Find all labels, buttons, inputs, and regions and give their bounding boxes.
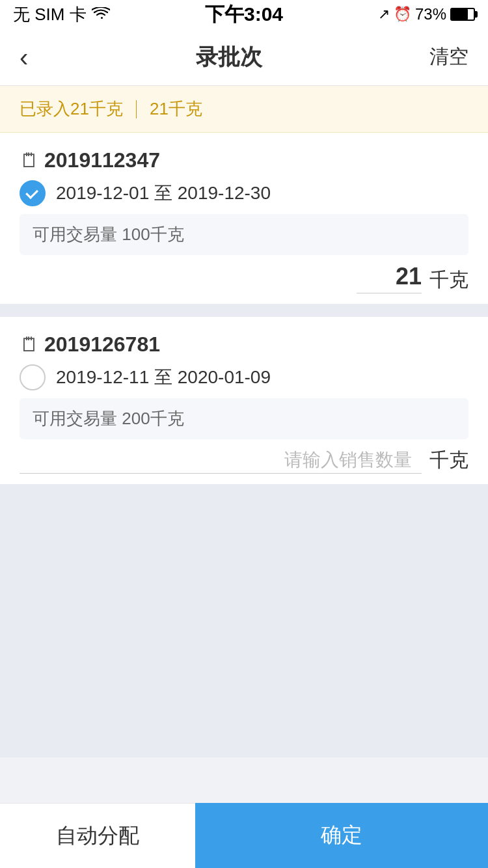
content-area: 🗒 2019112347 2019-12-01 至 2019-12-30 可用交… [0,133,488,757]
carrier-text: 无 SIM 卡 [13,3,87,26]
batch-id-2: 2019126781 [44,332,160,357]
batch-avail-1: 可用交易量 100千克 [20,214,468,255]
batch-header-2: 🗒 2019126781 [0,317,488,362]
info-banner: 已录入21千克 21千克 [0,86,488,133]
batch-amount-area-2: 千克 [0,447,488,484]
batch-date-2: 2019-12-11 至 2020-01-09 [56,365,271,390]
batch-date-1: 2019-12-01 至 2019-12-30 [56,181,271,206]
batch-icon-2: 🗒 [20,334,39,356]
batch-date-row-2: 2019-12-11 至 2020-01-09 [0,362,488,390]
banner-divider [136,100,137,118]
auto-distribute-button[interactable]: 自动分配 [0,803,195,868]
batch-unit-2: 千克 [429,447,468,474]
nav-bar: ‹ 录批次 清空 [0,29,488,86]
empty-area [0,484,488,757]
location-icon: ↗ [378,6,390,23]
wifi-icon [92,5,110,25]
clear-button[interactable]: 清空 [429,44,468,70]
batch-card-2: 🗒 2019126781 2019-12-11 至 2020-01-09 可用交… [0,317,488,484]
page-title: 录批次 [196,42,262,72]
radio-2[interactable] [20,364,46,390]
recorded-value: 21千克 [150,98,202,120]
status-bar: 无 SIM 卡 下午3:04 ↗ ⏰ 73% [0,0,488,29]
batch-amount-1: 21 [396,263,422,290]
confirm-button[interactable]: 确定 [195,803,488,868]
sales-quantity-input[interactable] [20,450,422,470]
status-left: 无 SIM 卡 [13,3,110,26]
batch-card-1: 🗒 2019112347 2019-12-01 至 2019-12-30 可用交… [0,133,488,304]
amount-underline-2 [20,450,422,474]
batch-date-row-1: 2019-12-01 至 2019-12-30 [0,178,488,206]
status-right: ↗ ⏰ 73% [378,5,475,23]
batch-icon-1: 🗒 [20,150,39,172]
amount-underline-1: 21 [357,263,422,293]
section-divider [0,304,488,317]
batch-avail-2: 可用交易量 200千克 [20,398,468,439]
recorded-label: 已录入21千克 [20,98,123,120]
batch-unit-1: 千克 [429,267,468,293]
bottom-bar: 自动分配 确定 [0,803,488,868]
battery-icon [450,8,475,21]
status-time: 下午3:04 [205,1,283,28]
batch-amount-area-1: 21 千克 [0,263,488,304]
battery-text: 73% [415,5,446,23]
radio-1[interactable] [20,180,46,206]
alarm-icon: ⏰ [394,6,411,23]
batch-header-1: 🗒 2019112347 [0,133,488,178]
batch-id-1: 2019112347 [44,148,160,172]
back-button[interactable]: ‹ [20,44,28,70]
